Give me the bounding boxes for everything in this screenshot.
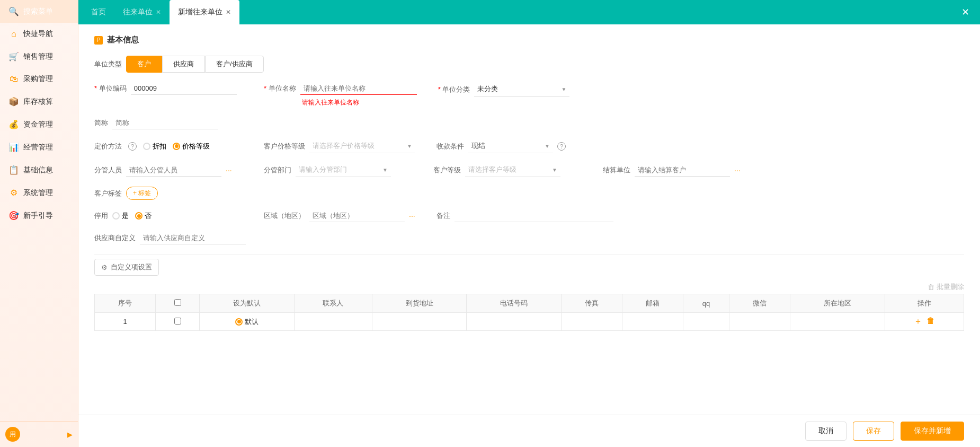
- custom-settings-label: 自定义项设置: [111, 262, 152, 272]
- row-add-button[interactable]: ＋: [914, 316, 922, 327]
- tab-bar: 首页 往来单位 ✕ 新增往来单位 ✕ ✕: [78, 0, 980, 24]
- sidebar: 🔍 搜索菜单 ⌂ 快捷导航 🛒 销售管理 🛍 采购管理 📦 库存核算 💰 资金管…: [0, 0, 78, 447]
- unit-type-customer[interactable]: 客户: [126, 56, 162, 73]
- sidebar-item-quick-nav[interactable]: ⌂ 快捷导航: [0, 23, 78, 45]
- purchase-icon: 🛍: [8, 74, 19, 84]
- sidebar-bottom: 用 ▶: [0, 421, 78, 447]
- select-all-checkbox[interactable]: [174, 299, 181, 306]
- pricing-help-icon[interactable]: ?: [128, 142, 137, 151]
- unit-code-input[interactable]: [131, 82, 237, 95]
- manager-more-btn[interactable]: ···: [226, 166, 232, 174]
- tab-home[interactable]: 首页: [83, 0, 114, 24]
- sidebar-item-operation[interactable]: 📊 经营管理: [0, 136, 78, 159]
- section-header: P 基本信息: [94, 35, 964, 45]
- department-placeholder: 请输入分管部门: [299, 165, 380, 174]
- short-name-label: 简称: [94, 118, 108, 128]
- save-new-button[interactable]: 保存并新增: [901, 422, 964, 441]
- unit-name-input[interactable]: [300, 82, 417, 95]
- row-email: [622, 313, 683, 331]
- short-name-input[interactable]: [112, 117, 218, 129]
- tag-add-button[interactable]: + 标签: [126, 187, 158, 200]
- remark-label: 备注: [436, 211, 450, 221]
- tab-new-partner-label: 新增往来单位: [178, 7, 222, 17]
- department-select[interactable]: 请输入分管部门 ▼: [296, 163, 391, 177]
- area-input[interactable]: [309, 209, 405, 222]
- sidebar-item-inventory[interactable]: 📦 库存核算: [0, 90, 78, 113]
- sidebar-item-label: 经营管理: [23, 143, 53, 152]
- disabled-yes-circle: [112, 212, 120, 220]
- row-default-circle: [235, 318, 243, 326]
- content-area: P 基本信息 单位类型 客户 供应商 客户/供应商 单位编码 单位名称: [78, 24, 980, 415]
- form-row-basic: 单位编码 单位名称 请输入往来单位名称 单位分类 未分类 ▼: [94, 82, 964, 107]
- form-group-unit-type: 单位类型 客户 供应商 客户/供应商: [94, 56, 264, 73]
- unit-category-select[interactable]: 未分类 ▼: [474, 82, 569, 97]
- sidebar-item-basic[interactable]: 📋 基础信息: [0, 159, 78, 181]
- customer-price-level-select[interactable]: 请选择客户价格等级 ▼: [309, 139, 415, 153]
- sidebar-expand-icon[interactable]: ▶: [67, 431, 73, 439]
- row-default-label: 默认: [245, 317, 259, 327]
- col-qq: qq: [683, 294, 729, 313]
- sidebar-item-purchase[interactable]: 🛍 采购管理: [0, 68, 78, 90]
- row-checkbox[interactable]: [174, 318, 181, 325]
- save-button[interactable]: 保存: [853, 422, 894, 441]
- payment-terms-chevron: ▼: [545, 143, 550, 149]
- sidebar-item-finance[interactable]: 💰 资金管理: [0, 113, 78, 136]
- unit-category-chevron: ▼: [561, 86, 566, 92]
- customer-level-select[interactable]: 请选择客户等级 ▼: [465, 163, 560, 177]
- disabled-label: 停用: [94, 211, 108, 221]
- unit-category-label: 单位分类: [438, 85, 470, 94]
- supplier-custom-input[interactable]: [140, 232, 246, 244]
- sidebar-item-label: 库存核算: [23, 97, 53, 107]
- main-area: 首页 往来单位 ✕ 新增往来单位 ✕ ✕ P 基本信息 单位类型 客户 供应商 …: [78, 0, 980, 447]
- form-group-remark: 备注: [436, 209, 613, 222]
- form-group-pricing: 定价方法 ? 折扣 价格等级: [94, 142, 243, 151]
- disabled-no-radio[interactable]: 否: [135, 211, 152, 221]
- customer-tag-label: 客户标签: [94, 189, 122, 198]
- batch-delete-label[interactable]: 批量删除: [937, 282, 964, 292]
- row-default-radio[interactable]: 默认: [205, 317, 289, 327]
- tab-home-label: 首页: [91, 7, 106, 17]
- tab-partner-list-close[interactable]: ✕: [156, 8, 161, 16]
- contact-table: 序号 设为默认 联系人 到货地址 电话号码 传真 邮箱 qq 微信 所在地区 操…: [94, 294, 964, 331]
- unit-type-both[interactable]: 客户/供应商: [205, 56, 264, 73]
- payment-help-icon[interactable]: ?: [557, 142, 566, 151]
- tab-partner-list[interactable]: 往来单位 ✕: [114, 0, 170, 24]
- table-row: 1 默认: [95, 313, 964, 331]
- remark-input[interactable]: [455, 209, 613, 222]
- system-icon: ⚙: [8, 188, 19, 198]
- sidebar-item-search[interactable]: 🔍 搜索菜单: [0, 0, 78, 23]
- unit-type-supplier[interactable]: 供应商: [162, 56, 205, 73]
- sidebar-item-sales[interactable]: 🛒 销售管理: [0, 45, 78, 68]
- unit-type-buttons: 客户 供应商 客户/供应商: [126, 56, 264, 73]
- form-row-unit-type: 单位类型 客户 供应商 客户/供应商: [94, 56, 964, 73]
- tab-new-partner-close[interactable]: ✕: [226, 8, 231, 16]
- pricing-discount-circle: [143, 143, 150, 150]
- manager-input[interactable]: [126, 164, 221, 177]
- settlement-unit-input[interactable]: [635, 164, 730, 177]
- col-address: 到货地址: [372, 294, 467, 313]
- divider: [94, 254, 964, 255]
- custom-settings-button[interactable]: ⚙ 自定义项设置: [94, 259, 159, 276]
- customer-level-label: 客户等级: [433, 165, 461, 175]
- payment-terms-select[interactable]: 现结 ▼: [468, 139, 553, 153]
- form-row-tags: 客户标签 + 标签: [94, 187, 964, 200]
- area-more-btn[interactable]: ···: [409, 212, 415, 220]
- sidebar-item-system[interactable]: ⚙ 系统管理: [0, 181, 78, 204]
- settlement-more-btn[interactable]: ···: [734, 166, 741, 174]
- unit-type-label: 单位类型: [94, 59, 122, 69]
- row-wechat: [729, 313, 790, 331]
- pricing-level-radio[interactable]: 价格等级: [173, 142, 210, 151]
- row-delete-button[interactable]: 🗑: [926, 316, 935, 327]
- form-group-settlement: 结算单位 ···: [603, 164, 751, 177]
- form-group-department: 分管部门 请输入分管部门 ▼: [264, 163, 412, 177]
- form-group-payment-terms: 收款条件 现结 ▼ ?: [436, 139, 585, 153]
- tab-bar-close[interactable]: ✕: [955, 6, 976, 18]
- sidebar-item-guide[interactable]: 🎯 新手引导: [0, 204, 78, 227]
- guide-icon: 🎯: [8, 211, 19, 221]
- cancel-button[interactable]: 取消: [805, 422, 847, 441]
- batch-delete-area: 🗑 批量删除: [94, 282, 964, 292]
- pricing-discount-radio[interactable]: 折扣: [143, 142, 166, 151]
- tab-new-partner[interactable]: 新增往来单位 ✕: [170, 0, 239, 24]
- disabled-yes-radio[interactable]: 是: [112, 211, 129, 221]
- form-group-supplier-custom: 供应商自定义: [94, 232, 246, 244]
